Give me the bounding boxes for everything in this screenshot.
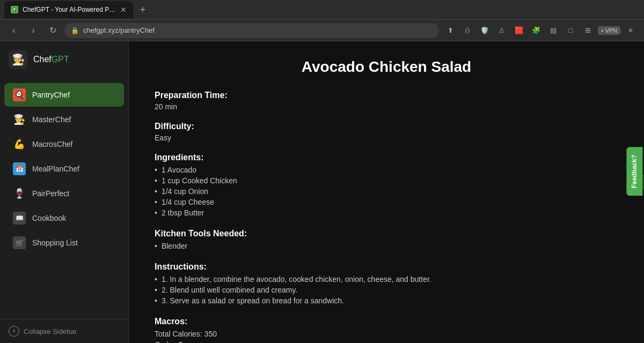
sidebar-label-pairperfect: PairPerfect [32,189,69,198]
ext2-button[interactable]: ⚠ [495,24,509,38]
tab-favicon: 🍳 [11,6,18,13]
tools-list: Blender [155,241,618,251]
macros-icon: 💪 [13,138,26,151]
ext3-button[interactable]: 🟥 [512,24,526,38]
new-tab-button[interactable]: + [135,2,150,17]
tab-title: ChefGPT - Your AI-Powered Pers... [23,6,116,13]
mealplan-icon: 📅 [13,162,26,175]
sidebar-item-macros[interactable]: 💪 MacrosChef [4,132,124,156]
collapse-label: Collapse Sidebar [24,327,77,335]
prep-time-label: Preparation Time: [155,91,618,100]
macros-section: Macros: Total Calories: 350 Carbs: 5g [155,317,618,343]
list-item: 1 Avocado [155,165,618,175]
list-item: Total Calories: 350 [155,329,618,339]
refresh-button[interactable]: ↻ [45,23,60,38]
list-item: 1. In a blender, combine the avocado, co… [155,274,618,285]
nav-bar: ‹ › ↻ 🔒 chefgpt.xyz/pantryChef ⬆ ⎙ 🛡️ ⚠ … [0,19,644,41]
share-button[interactable]: ⎙ [460,24,474,38]
macros-list: Total Calories: 350 Carbs: 5g [155,329,618,343]
vpn-badge: • VPN [598,26,620,35]
tab-close-button[interactable]: ✕ [120,5,127,14]
sidebar-item-pairperfect[interactable]: 🍷 PairPerfect [4,182,124,205]
ingredients-list: 1 Avocado 1 cup Cooked Chicken 1/4 cup O… [155,165,618,218]
list-item: 1 cup Cooked Chicken [155,175,618,186]
url-text: chefgpt.xyz/pantryChef [83,26,433,34]
sidebar-item-mealplan[interactable]: 📅 MealPlanChef [4,157,124,181]
macros-label: Macros: [155,317,618,326]
logo-gpt-text: GPT [52,55,69,64]
sidebar-item-pantry[interactable]: 🍳 PantryChef [4,83,124,107]
logo-chef-text: Chef [33,55,52,64]
ingredients-label: Ingredients: [155,153,618,162]
collapse-sidebar-button[interactable]: + Collapse Sidebar [9,326,120,337]
tab-bar: 🍳 ChefGPT - Your AI-Powered Pers... ✕ + [0,0,644,19]
main-content: Avocado Chicken Salad Preparation Time: … [129,41,644,343]
puzzle-button[interactable]: 🧩 [529,24,543,38]
lock-icon: 🔒 [71,27,79,34]
cookbook-icon: 📖 [13,212,26,225]
forward-button[interactable]: › [26,23,41,38]
pairperfect-icon: 🍷 [13,187,26,200]
extensions-area: ⬆ ⎙ 🛡️ ⚠ 🟥 🧩 ▤ □ ⊞ • VPN ≡ [443,24,638,38]
sidebar: 👨‍🍳 ChefGPT 🍳 PantryChef 👨‍🍳 MasterChef … [0,41,129,343]
prep-time-value: 20 min [155,102,618,111]
instructions-label: Instructions: [155,262,618,272]
sidebar-label-macros: MacrosChef [32,140,72,148]
list-item: Carbs: 5g [155,339,618,343]
list-item: 2 tbsp Butter [155,207,618,218]
browser-chrome: 🍳 ChefGPT - Your AI-Powered Pers... ✕ + … [0,0,644,41]
sidebar-label-shopping: Shopping List [32,238,78,247]
instructions-list: 1. In a blender, combine the avocado, co… [155,274,618,306]
menu-button[interactable]: ≡ [624,24,638,38]
ext6-button[interactable]: ⊞ [581,24,595,38]
ext1-button[interactable]: 🛡️ [478,24,492,38]
sidebar-nav: 🍳 PantryChef 👨‍🍳 MasterChef 💪 MacrosChef… [0,78,128,319]
difficulty-section: Difficulty: Easy [155,122,618,142]
ingredients-section: Ingredients: 1 Avocado 1 cup Cooked Chic… [155,153,618,218]
logo-text: ChefGPT [33,55,69,64]
feedback-label: Feedback? [631,155,639,189]
sidebar-footer: + Collapse Sidebar [0,319,128,343]
difficulty-value: Easy [155,133,618,142]
sidebar-label-cookbook: Cookbook [32,214,66,222]
sidebar-label-master: MasterChef [32,115,71,124]
tools-section: Kitchen Tools Needed: Blender [155,229,618,251]
back-button[interactable]: ‹ [6,23,21,38]
tools-label: Kitchen Tools Needed: [155,229,618,238]
sidebar-header: 👨‍🍳 ChefGPT [0,41,128,78]
address-bar[interactable]: 🔒 chefgpt.xyz/pantryChef [64,23,439,38]
list-item: 1/4 cup Cheese [155,197,618,207]
collapse-icon: + [9,326,19,337]
sidebar-label-mealplan: MealPlanChef [32,165,79,173]
feedback-button[interactable]: Feedback? [627,147,643,196]
app-container: 👨‍🍳 ChefGPT 🍳 PantryChef 👨‍🍳 MasterChef … [0,41,644,343]
list-item: 2. Blend until well combined and creamy. [155,285,618,295]
ext4-button[interactable]: ▤ [546,24,560,38]
sidebar-item-master[interactable]: 👨‍🍳 MasterChef [4,108,124,131]
instructions-section: Instructions: 1. In a blender, combine t… [155,262,618,306]
list-item: 1/4 cup Onion [155,186,618,197]
logo-icon: 👨‍🍳 [9,50,28,69]
sidebar-label-pantry: PantryChef [32,91,70,99]
master-icon: 👨‍🍳 [13,113,26,126]
active-tab[interactable]: 🍳 ChefGPT - Your AI-Powered Pers... ✕ [4,1,133,18]
download-button[interactable]: ⬆ [443,24,457,38]
prep-time-section: Preparation Time: 20 min [155,91,618,111]
shopping-icon: 🛒 [13,236,26,249]
list-item: Blender [155,241,618,251]
recipe-title: Avocado Chicken Salad [155,58,618,76]
sidebar-item-shopping[interactable]: 🛒 Shopping List [4,231,124,255]
list-item: 3. Serve as a salad or spread on bread f… [155,295,618,306]
difficulty-label: Difficulty: [155,122,618,131]
pantry-icon: 🍳 [13,88,26,101]
ext5-button[interactable]: □ [564,24,577,38]
sidebar-item-cookbook[interactable]: 📖 Cookbook [4,206,124,230]
